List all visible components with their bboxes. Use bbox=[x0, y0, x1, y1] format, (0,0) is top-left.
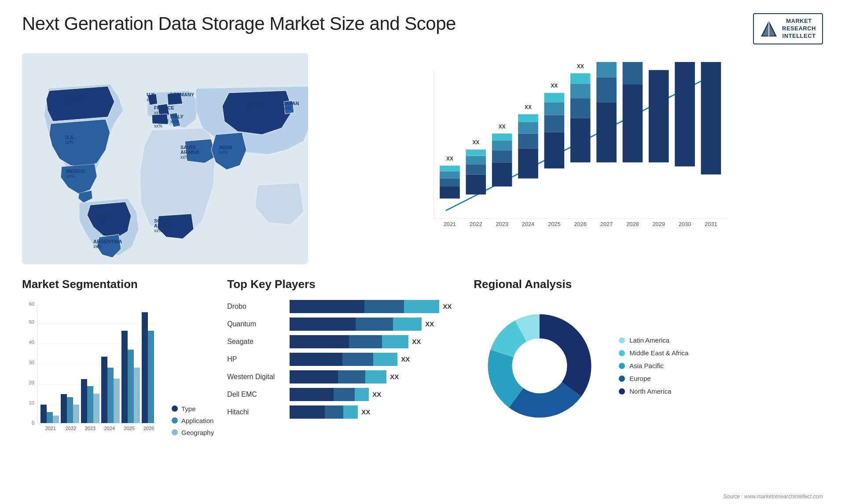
svg-rect-40 bbox=[440, 186, 460, 198]
svg-text:xx%: xx% bbox=[180, 155, 189, 160]
legend-label-application: Application bbox=[181, 417, 213, 424]
svg-text:ARABIA: ARABIA bbox=[180, 150, 199, 155]
svg-rect-53 bbox=[492, 133, 512, 140]
player-row-hitachi: Hitachi XX bbox=[227, 405, 460, 419]
svg-rect-72 bbox=[596, 62, 617, 77]
svg-rect-111 bbox=[61, 394, 67, 423]
svg-text:2027: 2027 bbox=[600, 220, 613, 227]
svg-text:ITALY: ITALY bbox=[170, 114, 184, 119]
svg-text:xx%: xx% bbox=[219, 150, 228, 155]
svg-text:U.S.: U.S. bbox=[65, 135, 74, 140]
player-row-hp: HP XX bbox=[227, 353, 460, 366]
logo: MARKET RESEARCH INTELLECT bbox=[753, 13, 823, 44]
svg-text:xx%: xx% bbox=[283, 106, 291, 111]
svg-rect-128 bbox=[142, 312, 148, 423]
logo-text: MARKET RESEARCH INTELLECT bbox=[782, 18, 816, 40]
svg-rect-74 bbox=[623, 62, 643, 84]
pie-legend: Latin America Middle East & Africa Asia … bbox=[619, 336, 688, 395]
svg-rect-42 bbox=[440, 171, 460, 178]
svg-text:2021: 2021 bbox=[45, 426, 56, 431]
svg-rect-71 bbox=[596, 77, 617, 102]
svg-rect-70 bbox=[596, 102, 617, 162]
key-players-title: Top Key Players bbox=[227, 278, 460, 291]
svg-rect-47 bbox=[466, 156, 486, 164]
key-players-container: Top Key Players Drobo XX Quantum bbox=[227, 278, 460, 471]
player-row-western-digital: Western Digital XX bbox=[227, 370, 460, 383]
player-name-seagate: Seagate bbox=[227, 338, 284, 346]
svg-rect-112 bbox=[67, 397, 73, 423]
svg-rect-119 bbox=[114, 379, 120, 423]
svg-text:GERMANY: GERMANY bbox=[169, 92, 195, 97]
svg-text:BRAZIL: BRAZIL bbox=[97, 214, 115, 219]
bar-chart-svg: XX XX XX XX bbox=[334, 62, 814, 247]
legend-dot-application bbox=[172, 417, 178, 424]
svg-rect-52 bbox=[492, 141, 512, 150]
legend-label-europe: Europe bbox=[629, 375, 650, 382]
pie-legend-middle-east-africa: Middle East & Africa bbox=[619, 349, 688, 357]
svg-text:2028: 2028 bbox=[626, 220, 639, 227]
svg-rect-63 bbox=[544, 93, 565, 102]
svg-text:SPAIN: SPAIN bbox=[154, 118, 169, 124]
svg-text:XX: XX bbox=[551, 82, 558, 88]
svg-text:MEXICO: MEXICO bbox=[66, 168, 85, 174]
player-bar-quantum: XX bbox=[290, 318, 460, 331]
player-row-seagate: Seagate XX bbox=[227, 335, 460, 348]
svg-text:2024: 2024 bbox=[104, 426, 115, 431]
svg-text:2030: 2030 bbox=[679, 220, 691, 227]
svg-rect-41 bbox=[440, 178, 460, 186]
svg-rect-116 bbox=[93, 394, 99, 423]
svg-text:10: 10 bbox=[29, 400, 34, 405]
svg-text:50: 50 bbox=[29, 319, 34, 325]
svg-text:0: 0 bbox=[32, 420, 34, 426]
svg-text:U.K.: U.K. bbox=[147, 92, 156, 97]
player-name-quantum: Quantum bbox=[227, 320, 284, 328]
legend-dot-middle-east-africa bbox=[619, 350, 625, 356]
world-map-svg: CANADA xx% U.S. xx% MEXICO xx% BRAZIL xx… bbox=[22, 53, 308, 264]
svg-rect-121 bbox=[128, 350, 134, 423]
svg-rect-67 bbox=[570, 84, 591, 98]
svg-text:FRANCE: FRANCE bbox=[154, 105, 174, 110]
svg-rect-114 bbox=[81, 379, 87, 423]
svg-text:30: 30 bbox=[29, 360, 34, 365]
svg-text:2029: 2029 bbox=[653, 220, 665, 227]
svg-rect-129 bbox=[148, 331, 154, 423]
svg-text:XX: XX bbox=[525, 104, 532, 110]
svg-rect-58 bbox=[518, 114, 538, 122]
svg-rect-117 bbox=[101, 357, 107, 423]
player-row-drobo: Drobo XX bbox=[227, 300, 460, 313]
svg-text:XX: XX bbox=[499, 123, 506, 129]
logo-icon bbox=[760, 20, 778, 37]
svg-text:xx%: xx% bbox=[65, 140, 73, 145]
top-section: CANADA xx% U.S. xx% MEXICO xx% BRAZIL xx… bbox=[22, 53, 823, 264]
svg-text:2025: 2025 bbox=[124, 426, 135, 431]
pie-legend-north-america: North America bbox=[619, 387, 688, 395]
svg-text:JAPAN: JAPAN bbox=[283, 101, 299, 106]
map-container: CANADA xx% U.S. xx% MEXICO xx% BRAZIL xx… bbox=[22, 53, 308, 264]
svg-text:2025: 2025 bbox=[548, 220, 560, 227]
legend-item-type: Type bbox=[172, 405, 214, 413]
regional-inner: Latin America Middle East & Africa Asia … bbox=[474, 300, 823, 432]
legend-dot-latin-america bbox=[619, 337, 625, 343]
svg-rect-43 bbox=[440, 165, 460, 171]
player-row-quantum: Quantum XX bbox=[227, 318, 460, 331]
svg-text:xx%: xx% bbox=[66, 174, 74, 179]
svg-rect-108 bbox=[40, 405, 47, 423]
legend-label-latin-america: Latin America bbox=[629, 336, 669, 344]
svg-text:xx%: xx% bbox=[154, 228, 162, 233]
svg-text:xx%: xx% bbox=[64, 102, 72, 106]
bottom-section: Market Segmentation 0 10 20 30 40 50 60 bbox=[22, 278, 823, 471]
svg-rect-122 bbox=[134, 368, 140, 423]
pie-legend-latin-america: Latin America bbox=[619, 336, 688, 344]
segmentation-container: Market Segmentation 0 10 20 30 40 50 60 bbox=[22, 278, 214, 471]
svg-text:xx%: xx% bbox=[154, 110, 162, 115]
svg-text:XX: XX bbox=[577, 63, 584, 69]
svg-rect-76 bbox=[675, 62, 695, 166]
svg-rect-66 bbox=[570, 98, 591, 118]
bar-chart-container: XX XX XX XX bbox=[326, 53, 823, 264]
svg-text:CANADA: CANADA bbox=[64, 96, 85, 102]
svg-rect-109 bbox=[47, 412, 53, 423]
players-list: Drobo XX Quantum bbox=[227, 300, 460, 419]
pie-legend-asia-pacific: Asia Pacific bbox=[619, 362, 688, 369]
svg-point-142 bbox=[512, 339, 567, 393]
svg-text:xx%: xx% bbox=[93, 244, 102, 249]
